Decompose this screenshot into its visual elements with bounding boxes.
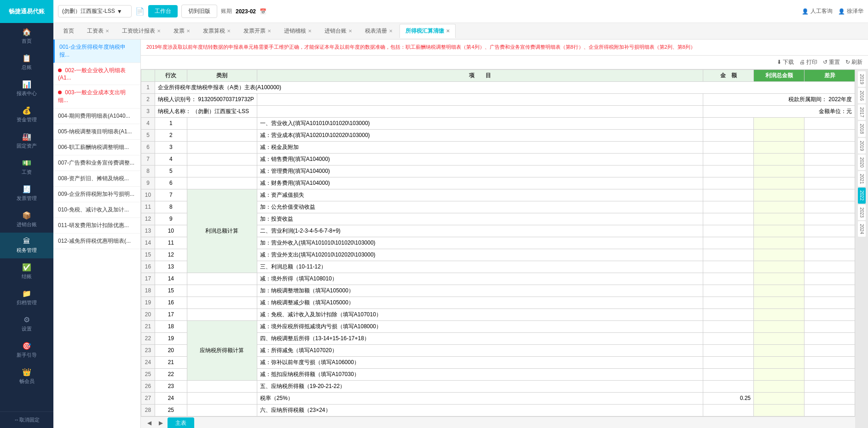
username: 徐泽华 <box>847 7 863 15</box>
tab-close-icon[interactable]: ✕ <box>227 29 231 34</box>
print-label: 打印 <box>806 58 817 66</box>
sidebar-item-finance[interactable]: 💰 资金管理 <box>0 102 53 128</box>
tab-invoice-open[interactable]: 发票开票 ✕ <box>237 24 277 38</box>
timeline-item-2019b[interactable]: 2019 <box>858 138 866 154</box>
tab-close-icon[interactable]: ✕ <box>348 29 352 34</box>
sidebar-pin-toggle[interactable]: ↔取消固定 <box>0 411 53 428</box>
tab-tax-list[interactable]: 税表清册 ✕ <box>359 24 399 38</box>
print-button[interactable]: 🖨 打印 <box>799 58 817 66</box>
tab-invoice-calc[interactable]: 发票算税 ✕ <box>197 24 237 38</box>
sheet-prev-icon[interactable]: ◀ <box>145 418 154 428</box>
tab-label: 进销台账 <box>324 27 347 35</box>
service-label: 人工客询 <box>810 7 833 15</box>
panel-item-011[interactable]: 011-研发费用加计扣除优惠... <box>53 218 140 234</box>
timeline-item-2022[interactable]: 2022 <box>858 188 866 203</box>
refresh-icon: ↻ <box>845 59 850 65</box>
chevron-down-icon: ▼ <box>117 8 122 15</box>
sidebar-item-home[interactable]: 🏠 首页 <box>0 23 53 49</box>
panel-item-label: 003-一般企业成本支出明细... <box>58 89 126 103</box>
sidebar-item-ledger[interactable]: 📋 总账 <box>0 49 53 75</box>
panel-item-006[interactable]: 006-职工薪酬纳税调整明细... <box>53 140 140 155</box>
tab-invoice[interactable]: 发票 ✕ <box>168 24 196 38</box>
row-num: 1 <box>141 81 155 93</box>
inventory-icon: 📦 <box>22 211 31 220</box>
timeline-item-2020[interactable]: 2020 <box>858 154 866 170</box>
sidebar-item-salary[interactable]: 💵 工资 <box>0 154 53 180</box>
tab-close-icon[interactable]: ✕ <box>389 29 393 34</box>
tab-close-icon[interactable]: ✕ <box>446 29 450 34</box>
calendar-icon: 📅 <box>260 8 266 15</box>
col-rownum <box>141 69 155 81</box>
workbench-button[interactable]: 工作台 <box>148 5 178 17</box>
tab-sales-ledger[interactable]: 进销台账 ✕ <box>318 24 358 38</box>
ledger-icon: 📋 <box>22 54 31 63</box>
sidebar-item-label: 首页 <box>22 38 32 45</box>
company-selector[interactable]: (勿删）江西服宝-LSS ▼ <box>58 5 132 17</box>
reset-button[interactable]: ↺ 重置 <box>823 58 840 66</box>
table-row: 18 15 加：纳税调整增加额（填写A105000） <box>141 285 855 297</box>
sidebar-item-guide[interactable]: 🎯 新手引导 <box>0 337 53 363</box>
tab-income-tax[interactable]: 所得税汇算清缴 ✕ <box>399 24 456 38</box>
tab-salary[interactable]: 工资表 ✕ <box>81 24 115 38</box>
tab-bar: 首页 工资表 ✕ 工资统计报表 ✕ 发票 ✕ 发票算税 ✕ 发票开票 ✕ 进销稽… <box>53 23 868 40</box>
settings-icon: ⚙ <box>23 315 30 324</box>
sidebar-item-archive[interactable]: 📁 归档管理 <box>0 285 53 311</box>
sidebar-item-invoice[interactable]: 🧾 发票管理 <box>0 180 53 206</box>
col-E-header: 利润总金额 <box>754 69 804 81</box>
panel-item-009[interactable]: 009-企业所得税附加补亏损明... <box>53 187 140 202</box>
sidebar-item-close[interactable]: ✅ 结账 <box>0 258 53 285</box>
sidebar-item-label: 总账 <box>22 64 32 71</box>
sidebar-item-reports[interactable]: 📊 报表中心 <box>0 75 53 102</box>
sheet-next-icon[interactable]: ▶ <box>156 418 166 428</box>
timeline-item-2016[interactable]: 2016 <box>858 88 866 103</box>
panel-item-007[interactable]: 007-广告费和业务宣传费调整... <box>53 155 140 171</box>
user-info[interactable]: 👤 徐泽华 <box>838 7 863 15</box>
topbar-right: 👤 人工客询 👤 徐泽华 <box>802 7 863 15</box>
table-row: 9 6 减：财务费用(填写A104000) <box>141 177 855 189</box>
timeline-item-2023[interactable]: 2023 <box>858 205 866 220</box>
table-row-info1: 2 纳税人识别号： 91320500703719732P 税款所属期间： 202… <box>141 93 855 105</box>
timeline-item-2024[interactable]: 2024 <box>858 221 866 237</box>
table-row: 5 2 减：营业成本(填写A102010\102020\103000) <box>141 129 855 141</box>
panel-item-005[interactable]: 005-纳税调整项目明细表(A1... <box>53 124 140 140</box>
tab-close-icon[interactable]: ✕ <box>105 29 109 34</box>
tab-close-icon[interactable]: ✕ <box>267 29 271 34</box>
timeline-item-2021[interactable]: 2021 <box>858 171 866 187</box>
timeline-item-2017[interactable]: 2017 <box>858 104 866 120</box>
download-button[interactable]: ⬇ 下载 <box>777 58 794 66</box>
panel-item-012[interactable]: 012-减免所得税优惠明细表(... <box>53 234 140 249</box>
tab-label: 发票 <box>174 27 185 35</box>
panel-item-004[interactable]: 004-期间费用明细表(A1040... <box>53 108 140 124</box>
refresh-button[interactable]: ↻ 刷新 <box>845 58 862 66</box>
panel-item-002[interactable]: 002-一般企业收入明细表(A1... <box>53 63 140 85</box>
sidebar-item-label: 发票管理 <box>17 195 37 202</box>
panel-item-008[interactable]: 008-资产折旧、摊销及纳税... <box>53 171 140 187</box>
tab-sales-check[interactable]: 进销稽核 ✕ <box>278 24 318 38</box>
table-row: 17 14 减：境外所得（填写A108010） <box>141 273 855 285</box>
table-row: 7 4 减：销售费用(填写A104000) <box>141 153 855 165</box>
tab-salary-report[interactable]: 工资统计报表 ✕ <box>116 24 167 38</box>
tab-close-icon[interactable]: ✕ <box>308 29 312 34</box>
sheet-tab-main[interactable]: 主表 <box>168 417 194 428</box>
sidebar-item-assets[interactable]: 🏭 固定资产 <box>0 128 53 154</box>
service-info[interactable]: 👤 人工客询 <box>802 7 833 15</box>
panel-item-001[interactable]: 001-企业所得税年度纳税申报... <box>53 40 140 63</box>
switch-version-button[interactable]: 切到旧版 <box>181 5 217 18</box>
tab-close-icon[interactable]: ✕ <box>186 29 190 34</box>
sheet-bar: ◀ ▶ 主表 <box>141 417 855 428</box>
tab-label: 发票算税 <box>203 27 225 35</box>
sidebar-item-label: 新手引导 <box>17 352 37 359</box>
sidebar-item-label: 设置 <box>22 325 32 332</box>
timeline-item-2018[interactable]: 2018 <box>858 121 866 137</box>
panel-item-003[interactable]: 003-一般企业成本支出明细... <box>53 85 140 108</box>
sidebar-item-settings[interactable]: ⚙ 设置 <box>0 311 53 337</box>
sidebar-item-inventory[interactable]: 📦 进销台账 <box>0 206 53 233</box>
main-area: (勿删）江西服宝-LSS ▼ 📄 工作台 切到旧版 账期 2023-02 📅 👤… <box>53 0 868 428</box>
sidebar-item-member[interactable]: 👑 畅会员 <box>0 363 53 389</box>
panel-item-010[interactable]: 010-免税、减计收入及加计... <box>53 202 140 218</box>
tab-close-icon[interactable]: ✕ <box>157 29 161 34</box>
sidebar-item-tax[interactable]: 🏛 税务管理 <box>0 233 53 258</box>
timeline-item-2019a[interactable]: 2019 <box>858 71 866 87</box>
table-row: 27 24 税率（25%） 0.25 <box>141 392 855 404</box>
tab-home[interactable]: 首页 <box>57 24 80 38</box>
